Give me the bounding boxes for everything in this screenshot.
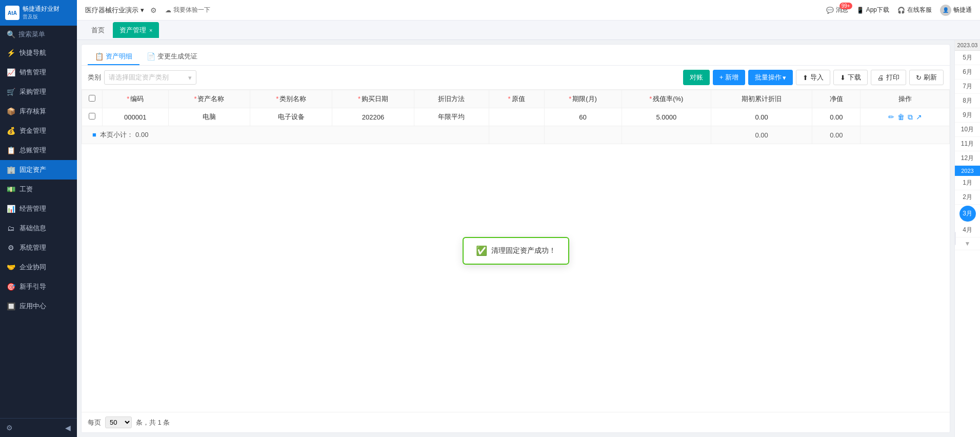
topbar: 医疗器械行业演示 ▾ ⚙ ☁ 我要体验一下 💬 消息 99+ 📱 App下载 🎧…	[77, 0, 980, 21]
ledger-icon: 📋	[6, 146, 15, 154]
sidebar: AtA 畅捷通好业财 普及版 🔍 搜索菜单 ⚡ 快捷导航 📈 销售管理 🛒 采购…	[0, 0, 77, 437]
online-service-button[interactable]: 🎧 在线客服	[897, 6, 932, 14]
sidebar-item-quick-nav[interactable]: ⚡ 快捷导航	[0, 43, 77, 63]
sales-icon: 📈	[6, 68, 15, 76]
content-area: 📋 资产明细 📄 变更生成凭证 类别 请选择固定资产类别 ▾	[81, 44, 950, 433]
right-panel-month-4[interactable]: 4月	[955, 223, 980, 237]
app-download-button[interactable]: 📱 App下载	[856, 6, 889, 14]
app-center-icon: 🔲	[6, 302, 15, 310]
right-panel-collapse-btn[interactable]: ◀	[954, 232, 956, 245]
refresh-icon: ↻	[916, 74, 922, 82]
table-row: 000001 电脑 电子设备 202206 年限平均 60 5.0000 0.0…	[82, 108, 950, 126]
avatar: 👤	[940, 5, 951, 16]
tab-asset-detail[interactable]: 📋 资产明细	[88, 49, 139, 65]
category-select[interactable]: 请选择固定资产类别 ▾	[104, 70, 196, 85]
header-original-value: *原值	[489, 90, 544, 108]
header-accumulated: 期初累计折旧	[711, 90, 812, 108]
success-toast: ✅ 清理固定资产成功！	[463, 237, 569, 265]
import-button[interactable]: ⬆ 导入	[796, 70, 830, 85]
row-accumulated: 0.00	[711, 108, 812, 126]
right-panel-down-arrow[interactable]: ▼	[955, 237, 980, 250]
right-panel-month-5[interactable]: 5月	[955, 51, 980, 65]
right-panel-month-11[interactable]: 11月	[955, 137, 980, 151]
settings-footer-icon[interactable]: ⚙	[6, 424, 13, 432]
sidebar-header: AtA 畅捷通好业财 普及版	[0, 0, 77, 26]
sidebar-item-ledger[interactable]: 📋 总账管理	[0, 141, 77, 160]
sidebar-item-guide[interactable]: 🎯 新手引导	[0, 277, 77, 296]
sidebar-item-purchase[interactable]: 🛒 采购管理	[0, 82, 77, 102]
sidebar-item-management[interactable]: 📊 经营管理	[0, 199, 77, 218]
print-button[interactable]: 🖨 打印	[871, 70, 906, 85]
tab-close-icon[interactable]: ×	[149, 27, 152, 33]
sidebar-item-sales[interactable]: 📈 销售管理	[0, 63, 77, 82]
experience-button[interactable]: ☁ 我要体验一下	[165, 6, 210, 14]
right-panel-month-1[interactable]: 1月	[955, 176, 980, 190]
header-net-value: 净值	[812, 90, 861, 108]
subtotal-empty1	[489, 126, 544, 144]
topbar-settings-icon[interactable]: ⚙	[150, 6, 157, 14]
toolbar: 类别 请选择固定资产类别 ▾ 对账 + 新增 批量操作 ▾	[82, 66, 950, 90]
user-menu[interactable]: 👤 畅捷通	[940, 5, 972, 16]
row-net-value: 0.00	[812, 108, 861, 126]
page-size-select[interactable]: 50 100 200	[105, 416, 132, 428]
sidebar-item-search[interactable]: 🔍 搜索菜单	[0, 26, 77, 43]
row-select-checkbox[interactable]	[89, 113, 95, 120]
message-button[interactable]: 💬 消息 99+	[826, 6, 848, 14]
row-checkbox	[82, 108, 103, 126]
new-button[interactable]: + 新增	[713, 70, 745, 85]
copy-icon[interactable]: ⧉	[908, 113, 913, 122]
quick-nav-icon: ⚡	[6, 49, 15, 57]
sidebar-item-fixed-assets[interactable]: 🏢 固定资产	[0, 160, 77, 180]
search-icon: 🔍	[6, 30, 15, 38]
app-subtitle: 普及版	[23, 13, 59, 21]
right-panel-month-8[interactable]: 8月	[955, 94, 980, 108]
success-check-icon: ✅	[476, 245, 487, 256]
tab-change-voucher[interactable]: 📄 变更生成凭证	[139, 49, 205, 65]
header-depreciation: 折旧方法	[414, 90, 489, 108]
sidebar-item-payroll[interactable]: 💵 工资	[0, 180, 77, 199]
table-header-row: *编码 *资产名称 *类别名称 *购买日期 折旧方法 *原值 *期限(月) *残…	[82, 90, 950, 108]
sidebar-item-system[interactable]: ⚙ 系统管理	[0, 238, 77, 257]
tab-home[interactable]: 首页	[85, 23, 111, 38]
batch-button[interactable]: 批量操作 ▾	[748, 70, 793, 85]
header-actions: 操作	[861, 90, 950, 108]
right-panel-month-6[interactable]: 6月	[955, 65, 980, 80]
header-residual-rate: *残值率(%)	[622, 90, 711, 108]
collapse-sidebar-icon[interactable]: ◀	[65, 424, 71, 432]
sidebar-item-inventory[interactable]: 📦 库存核算	[0, 102, 77, 121]
guide-icon: 🎯	[6, 283, 15, 291]
tab-asset-management[interactable]: 资产管理 ×	[113, 22, 159, 38]
select-all-checkbox[interactable]	[89, 95, 95, 102]
right-panel-month-2[interactable]: 2月	[955, 190, 980, 205]
topbar-right: 💬 消息 99+ 📱 App下载 🎧 在线客服 👤 畅捷通	[826, 5, 972, 16]
sidebar-item-collab[interactable]: 🤝 企业协同	[0, 257, 77, 277]
reconcile-button[interactable]: 对账	[683, 70, 710, 85]
subtotal-empty2	[544, 126, 622, 144]
right-panel-month-9[interactable]: 9月	[955, 108, 980, 123]
table-container: *编码 *资产名称 *类别名称 *购买日期 折旧方法 *原值 *期限(月) *残…	[82, 90, 950, 412]
message-icon: 💬	[826, 7, 834, 14]
headset-icon: 🎧	[897, 7, 905, 14]
company-dropdown-icon: ▾	[141, 6, 144, 14]
right-panel-month-10[interactable]: 10月	[955, 123, 980, 137]
main-content: 医疗器械行业演示 ▾ ⚙ ☁ 我要体验一下 💬 消息 99+ 📱 App下载 🎧…	[77, 0, 980, 437]
sidebar-item-app-center[interactable]: 🔲 应用中心	[0, 296, 77, 316]
subtotal-icon: ■	[92, 131, 96, 138]
cloud-icon: ☁	[165, 7, 171, 14]
right-panel-month-3-active[interactable]: 3月	[959, 206, 976, 222]
subtotal-actions	[861, 126, 950, 144]
change-voucher-icon: 📄	[147, 52, 155, 61]
delete-icon[interactable]: 🗑	[897, 113, 905, 121]
more-icon[interactable]: ↗	[916, 113, 922, 121]
company-selector[interactable]: 医疗器械行业演示 ▾	[85, 6, 144, 15]
edit-icon[interactable]: ✏	[888, 113, 894, 121]
right-panel-month-7[interactable]: 7月	[955, 80, 980, 94]
import-icon: ⬆	[803, 74, 808, 82]
collab-icon: 🤝	[6, 263, 15, 271]
download-button[interactable]: ⬇ 下载	[833, 70, 868, 85]
refresh-button[interactable]: ↻ 刷新	[909, 70, 944, 85]
sidebar-item-finance[interactable]: 💰 资金管理	[0, 121, 77, 141]
batch-dropdown-icon: ▾	[783, 74, 786, 82]
sidebar-item-basic-info[interactable]: 🗂 基础信息	[0, 218, 77, 238]
right-panel-month-12[interactable]: 12月	[955, 151, 980, 166]
